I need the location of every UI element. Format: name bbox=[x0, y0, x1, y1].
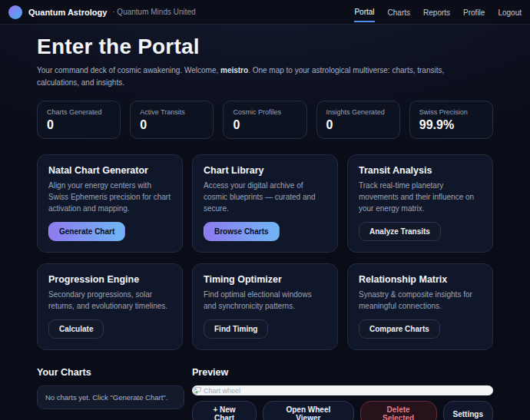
feature-title: Timing Optimizer bbox=[204, 274, 326, 285]
preview-buttons-row: + New Chart Open Wheel Viewer Delete Sel… bbox=[192, 401, 493, 420]
preview-heading: Preview bbox=[192, 367, 493, 378]
nav-link-charts[interactable]: Charts bbox=[388, 2, 410, 21]
feature-title: Relationship Matrix bbox=[359, 274, 482, 285]
feature-card-timing-optimizer: Timing Optimizer Find optimal electional… bbox=[192, 263, 338, 350]
chart-list-empty-state: No charts yet. Click "Generate Chart". bbox=[37, 385, 184, 409]
stats-row: Charts Generated 0 Active Transits 0 Cos… bbox=[37, 101, 493, 139]
stat-card-insights-generated: Insights Generated 0 bbox=[316, 101, 400, 139]
chart-wheel-broken-image: Chart wheel bbox=[192, 385, 493, 395]
stat-value: 0 bbox=[47, 118, 111, 132]
delete-selected-button[interactable]: Delete Selected bbox=[360, 401, 437, 420]
feature-card-chart-library: Chart Library Access your digital archiv… bbox=[192, 154, 338, 253]
stat-value: 0 bbox=[233, 118, 296, 132]
nav-link-reports[interactable]: Reports bbox=[423, 2, 450, 21]
new-chart-button[interactable]: + New Chart bbox=[192, 401, 257, 420]
stat-label: Insights Generated bbox=[326, 108, 390, 116]
find-timing-button[interactable]: Find Timing bbox=[204, 319, 268, 339]
nav-link-logout[interactable]: Logout bbox=[498, 2, 522, 21]
stat-label: Charts Generated bbox=[47, 108, 111, 116]
analyze-transits-button[interactable]: Analyze Transits bbox=[359, 222, 441, 241]
feature-card-transit-analysis: Transit Analysis Track real-time planeta… bbox=[347, 154, 493, 253]
feature-description: Find optimal electional windows and sync… bbox=[204, 289, 326, 312]
stat-card-swiss-precision: Swiss Precision 99.9% bbox=[409, 101, 493, 139]
nav-link-profile[interactable]: Profile bbox=[463, 2, 485, 21]
stat-label: Active Transits bbox=[140, 108, 204, 116]
preview-section: Preview Chart wheel + New Chart Open Whe… bbox=[192, 367, 493, 420]
stat-value: 0 bbox=[326, 118, 390, 132]
brand-logo-icon bbox=[8, 5, 22, 19]
feature-card-relationship-matrix: Relationship Matrix Synastry & composite… bbox=[347, 263, 493, 350]
stat-card-active-transits: Active Transits 0 bbox=[130, 101, 214, 139]
stat-value: 99.9% bbox=[419, 118, 483, 132]
brand-name: Quantum Astrology bbox=[28, 8, 107, 17]
subtitle-text-before: Your command deck of cosmic awakening. W… bbox=[37, 66, 220, 74]
feature-description: Access your digital archive of cosmic bl… bbox=[204, 180, 326, 214]
main-content: Enter the Portal Your command deck of co… bbox=[0, 35, 530, 420]
feature-title: Natal Chart Generator bbox=[48, 165, 171, 176]
nav-link-portal[interactable]: Portal bbox=[354, 2, 374, 22]
calculate-button[interactable]: Calculate bbox=[48, 319, 104, 339]
feature-description: Track real-time planetary movements and … bbox=[359, 180, 482, 214]
stat-label: Cosmic Profiles bbox=[233, 108, 296, 116]
your-charts-section: Your Charts No charts yet. Click "Genera… bbox=[37, 367, 184, 420]
subtitle-username: meistro bbox=[220, 66, 248, 74]
compare-charts-button[interactable]: Compare Charts bbox=[359, 319, 440, 339]
page-title: Enter the Portal bbox=[37, 35, 493, 59]
feature-description: Synastry & composite insights for meanin… bbox=[359, 289, 482, 312]
feature-description: Secondary progressions, solar returns, a… bbox=[48, 289, 171, 312]
stat-value: 0 bbox=[140, 118, 204, 132]
broken-image-icon bbox=[194, 387, 201, 395]
brand-suffix: · Quantum Minds United bbox=[112, 8, 195, 16]
your-charts-heading: Your Charts bbox=[37, 367, 184, 378]
feature-title: Transit Analysis bbox=[359, 165, 482, 176]
feature-grid: Natal Chart Generator Align your energy … bbox=[37, 154, 493, 350]
feature-card-progression-engine: Progression Engine Secondary progression… bbox=[37, 263, 183, 350]
open-wheel-viewer-button[interactable]: Open Wheel Viewer bbox=[263, 401, 354, 420]
page-subtitle: Your command deck of cosmic awakening. W… bbox=[37, 64, 473, 89]
browse-charts-button[interactable]: Browse Charts bbox=[204, 222, 280, 241]
stat-card-cosmic-profiles: Cosmic Profiles 0 bbox=[223, 101, 306, 139]
generate-chart-button[interactable]: Generate Chart bbox=[48, 222, 125, 241]
broken-image-alt-text: Chart wheel bbox=[204, 387, 240, 395]
feature-card-natal-chart-generator: Natal Chart Generator Align your energy … bbox=[37, 154, 183, 253]
nav-links: Portal Charts Reports Profile Logout bbox=[354, 2, 522, 22]
bottom-section: Your Charts No charts yet. Click "Genera… bbox=[37, 367, 493, 420]
stat-card-charts-generated: Charts Generated 0 bbox=[37, 101, 121, 139]
feature-description: Align your energy centers with Swiss Eph… bbox=[48, 180, 171, 214]
feature-title: Progression Engine bbox=[48, 274, 171, 285]
settings-button[interactable]: Settings bbox=[443, 401, 493, 420]
stat-label: Swiss Precision bbox=[419, 108, 483, 116]
feature-title: Chart Library bbox=[204, 165, 326, 176]
top-nav: Quantum Astrology · Quantum Minds United… bbox=[0, 0, 530, 25]
